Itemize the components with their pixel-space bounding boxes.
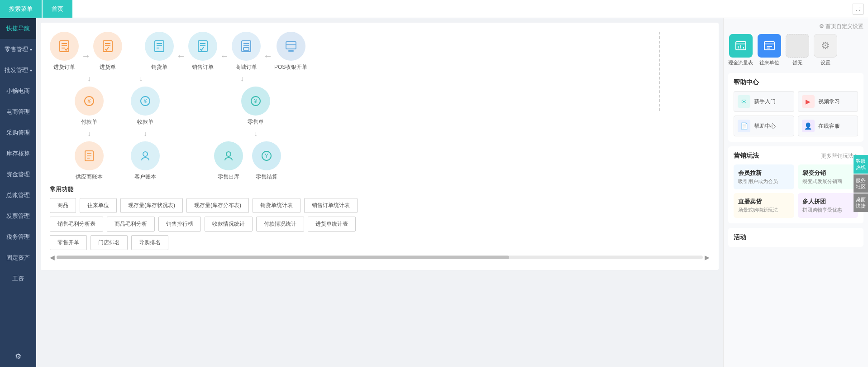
scroll-track[interactable]	[57, 256, 703, 259]
flow-node-mall-order[interactable]	[232, 32, 261, 61]
btn-purchase-stats[interactable]: 进货单统计表	[308, 217, 356, 232]
service-icon: 👤	[802, 120, 815, 132]
down-arrow-mall: ↓	[240, 75, 244, 83]
btn-stock-status[interactable]: 现存量(库存状况表)	[120, 198, 183, 213]
main-panel: 进货订单 → 进货单	[36, 18, 723, 367]
btn-retail-order[interactable]: 零售开单	[50, 235, 87, 250]
homepage-customize-link[interactable]: ⚙ 首页自定义设置	[819, 23, 863, 30]
btn-receipt-stats[interactable]: 收款情况统计	[205, 217, 253, 232]
sidebar: 快捷导航 零售管理▾ 批发管理▾ 小畅电商 电商管理 采购管理 库存核算 资金管…	[0, 18, 36, 367]
help-item-help[interactable]: 📄 帮助中心	[734, 116, 794, 136]
btn-grid-row1: 商品 往来单位 现存量(库存状况表) 现存量(库存分布表) 销货单统计表 销售订…	[50, 198, 710, 213]
live-title: 直播卖货	[738, 198, 790, 206]
marketing-item-group[interactable]: 多人拼团 拼团购物享受优惠	[798, 193, 858, 218]
sidebar-item-retail[interactable]: 零售管理▾	[0, 39, 36, 60]
btn-sales-order-stats[interactable]: 销售订单统计表	[304, 198, 358, 213]
flow-node-purchase[interactable]	[93, 32, 122, 61]
float-buttons: 客服热线 服务社区 桌面快捷	[854, 155, 868, 212]
flow-node-retail-settle[interactable]: ¥	[252, 141, 281, 170]
btn-goods-profit[interactable]: 商品毛利分析	[107, 217, 155, 232]
marketing-more-link[interactable]: 更多营销玩法 >	[821, 152, 858, 160]
flow-col-retail-settle: ¥ 零售结算	[252, 141, 281, 181]
beginner-label: 新手入门	[754, 98, 776, 106]
flow-label-retail-settle: 零售结算	[256, 173, 277, 181]
sidebar-item-purchase[interactable]: 采购管理	[0, 122, 36, 143]
flow-node-purchase-order[interactable]	[50, 32, 79, 61]
flow-node-supplier-account[interactable]	[75, 141, 104, 170]
marketing-section: 营销玩法 更多营销玩法 > 会员拉新 吸引用户成为会员 裂变分销 裂变式发展分销…	[728, 146, 863, 223]
flow-node-retail-order[interactable]: ¥	[241, 87, 270, 116]
sidebar-item-payroll[interactable]: 工资	[0, 268, 36, 289]
help-icon: 📄	[738, 120, 750, 132]
quick-icons-row: 现金流量表 往来单位 暂无 ⚙ 设置	[728, 34, 863, 66]
down-arrow-receipt: ↓	[143, 130, 147, 138]
svg-text:¥: ¥	[87, 97, 91, 105]
flow-node-payment[interactable]: ¥	[75, 87, 104, 116]
flow-node-receipt[interactable]: ¥	[131, 87, 160, 116]
sidebar-item-tax[interactable]: 税务管理	[0, 227, 36, 247]
sidebar-item-finance[interactable]: 资金管理	[0, 164, 36, 185]
fission-desc: 裂变式发展分销商	[802, 178, 854, 185]
sidebar-item-ecom-manage[interactable]: 电商管理	[0, 101, 36, 122]
btn-sales-rank[interactable]: 销售排行榜	[158, 217, 201, 232]
flow-node-sales-order[interactable]	[188, 32, 217, 61]
btn-goods[interactable]: 商品	[50, 198, 76, 213]
flow-label-pos: POS收银开单	[274, 63, 307, 71]
flow-col-supplier-account: 供应商账本	[75, 141, 104, 181]
sidebar-item-quick-nav[interactable]: 快捷导航	[0, 18, 36, 39]
quick-icon-cashflow[interactable]: 现金流量表	[728, 34, 753, 66]
group-desc: 拼团购物享受优惠	[802, 207, 854, 213]
sidebar-item-ecommerce[interactable]: 小畅电商	[0, 81, 36, 101]
flow-label-sales-order: 销售订单	[192, 63, 214, 71]
flow-node-pos[interactable]	[277, 32, 305, 61]
float-btn-community[interactable]: 服务社区	[854, 174, 868, 193]
btn-store-rank[interactable]: 门店排名	[91, 235, 128, 250]
sidebar-item-inventory[interactable]: 库存核算	[0, 143, 36, 164]
scroll-right-btn[interactable]: ▶	[705, 254, 710, 261]
cashflow-label: 现金流量表	[728, 59, 753, 66]
marketing-header: 营销玩法 更多营销玩法 >	[734, 152, 858, 160]
sidebar-settings-icon[interactable]: ⚙	[0, 346, 36, 367]
btn-sales-stats[interactable]: 销货单统计表	[253, 198, 300, 213]
btn-stock-dist[interactable]: 现存量(库存分布表)	[186, 198, 249, 213]
float-btn-service[interactable]: 客服热线	[854, 155, 868, 174]
marketing-item-fission[interactable]: 裂变分销 裂变式发展分销商	[798, 164, 858, 189]
quick-icon-settings[interactable]: ⚙ 设置	[814, 34, 837, 66]
scroll-row: ◀ ▶	[50, 254, 710, 261]
help-item-service[interactable]: 👤 在线客服	[798, 116, 858, 136]
scroll-left-btn[interactable]: ◀	[50, 254, 55, 261]
btn-guide-rank[interactable]: 导购排名	[131, 235, 168, 250]
flow-col-retail-out: 零售出库	[214, 141, 243, 181]
btn-payment-stats[interactable]: 付款情况统计	[256, 217, 304, 232]
sidebar-item-invoice[interactable]: 发票管理	[0, 206, 36, 227]
marketing-item-live[interactable]: 直播卖货 场景式购物新玩法	[734, 193, 794, 218]
tab-home[interactable]: 首页	[43, 0, 72, 18]
fullscreen-button[interactable]: ⛶	[853, 4, 863, 14]
sidebar-item-fixed-assets[interactable]: 固定资产	[0, 247, 36, 268]
empty-label: 暂无	[792, 59, 802, 66]
flow-col-payment: ¥ 付款单	[75, 87, 104, 126]
quick-icon-counterpart[interactable]: 往来单位	[758, 34, 781, 66]
common-functions-section: 常用功能 商品 往来单位 现存量(库存状况表) 现存量(库存分布表) 销货单统计…	[50, 185, 710, 250]
help-item-video[interactable]: ▶ 视频学习	[798, 91, 858, 112]
svg-text:¥: ¥	[253, 97, 258, 105]
help-grid: ✉ 新手入门 ▶ 视频学习 📄 帮助中心 👤 在线客服	[734, 91, 858, 136]
flow-node-customer-account[interactable]	[131, 141, 160, 170]
flow-label-receipt: 收款单	[137, 118, 153, 126]
quick-icon-empty[interactable]: 暂无	[786, 34, 809, 66]
btn-sales-profit[interactable]: 销售毛利分析表	[50, 217, 103, 232]
btn-counterpart[interactable]: 往来单位	[80, 198, 117, 213]
help-center-section: 帮助中心 ✉ 新手入门 ▶ 视频学习 📄 帮助中心 👤	[728, 73, 863, 142]
flow-label-purchase: 进货单	[100, 63, 116, 71]
search-menu-btn[interactable]: 搜索菜单	[0, 0, 42, 18]
marketing-item-member[interactable]: 会员拉新 吸引用户成为会员	[734, 164, 794, 189]
sidebar-item-general-ledger[interactable]: 总账管理	[0, 185, 36, 206]
flow-node-retail-out[interactable]	[214, 141, 243, 170]
flow-col-pos: POS收银开单	[274, 32, 307, 71]
sidebar-item-wholesale[interactable]: 批发管理▾	[0, 60, 36, 81]
flow-node-sales[interactable]	[145, 32, 174, 61]
help-item-beginner[interactable]: ✉ 新手入门	[734, 91, 794, 112]
arrow-2: ←	[176, 51, 186, 71]
float-btn-desktop[interactable]: 桌面快捷	[854, 193, 868, 212]
group-title: 多人拼团	[802, 198, 854, 206]
